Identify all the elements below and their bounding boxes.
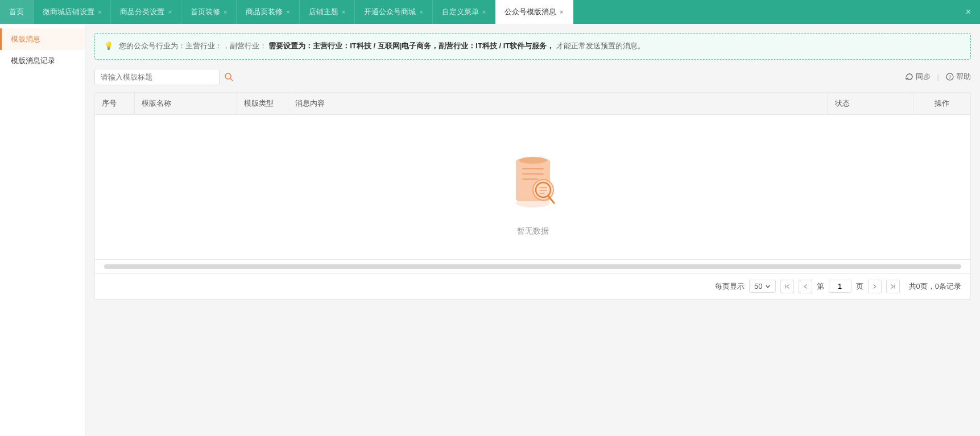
pagination: 每页显示 50 第 — [95, 273, 970, 299]
empty-text: 暂无数据 — [517, 226, 549, 236]
page-size-value: 50 — [754, 282, 762, 290]
th-content: 消息内容 — [288, 93, 828, 114]
close-icon[interactable]: × — [419, 9, 423, 15]
first-page-icon — [784, 284, 790, 289]
nav-tab-store-theme-label: 店铺主题 — [309, 7, 338, 17]
notice-prefix: 您的公众号行业为：主营行业：，副营行业： — [119, 41, 267, 50]
scrollbar-row — [95, 259, 970, 273]
nav-tab-home-label: 首页 — [9, 7, 24, 17]
nav-tab-shop-settings-label: 微商城店铺设置 — [43, 7, 94, 17]
close-icon[interactable]: × — [168, 9, 171, 15]
nav-tab-shop-settings[interactable]: 微商城店铺设置 × — [34, 0, 111, 24]
horizontal-scrollbar[interactable] — [104, 264, 961, 269]
nav-tab-home-decor[interactable]: 首页装修 × — [181, 0, 237, 24]
search-button[interactable] — [224, 72, 233, 81]
close-all-button[interactable]: × — [957, 7, 980, 17]
empty-illustration — [499, 149, 567, 217]
last-page-icon — [890, 284, 896, 289]
page-size-label: 每页显示 — [715, 281, 745, 292]
th-seq: 序号 — [95, 93, 135, 114]
last-page-button[interactable] — [886, 280, 900, 293]
search-bar-left — [94, 69, 233, 85]
main-layout: 模版消息 模版消息记录 💡 您的公众号行业为：主营行业：，副营行业： 需要设置为… — [0, 24, 980, 436]
sidebar-item-template-record[interactable]: 模版消息记录 — [0, 50, 85, 72]
nav-tab-custom-menu[interactable]: 自定义菜单 × — [433, 0, 495, 24]
content-area: 💡 您的公众号行业为：主营行业：，副营行业： 需要设置为：主营行业：IT科技 /… — [85, 24, 980, 436]
sidebar-item-template-message[interactable]: 模版消息 — [0, 28, 85, 50]
page-total: 共0页，0条记录 — [909, 281, 961, 292]
search-icon — [224, 72, 233, 81]
sync-button[interactable]: 同步 — [905, 72, 931, 82]
close-icon[interactable]: × — [224, 9, 227, 15]
th-type: 模版类型 — [237, 93, 288, 114]
next-page-button[interactable] — [868, 280, 882, 293]
page-number-input[interactable] — [829, 280, 851, 293]
help-label: 帮助 — [956, 72, 971, 82]
top-nav: 首页 微商城店铺设置 × 商品分类设置 × 首页装修 × 商品页装修 × 店铺主… — [0, 0, 980, 24]
sync-icon — [905, 73, 913, 81]
nav-divider: | — [937, 73, 939, 81]
help-button[interactable]: ? 帮助 — [946, 72, 971, 82]
close-icon[interactable]: × — [482, 9, 486, 15]
svg-point-8 — [519, 157, 547, 164]
sync-label: 同步 — [916, 72, 931, 82]
sidebar: 模版消息 模版消息记录 — [0, 24, 85, 436]
th-name: 模版名称 — [135, 93, 237, 114]
nav-tab-custom-menu-label: 自定义菜单 — [442, 7, 479, 17]
close-icon[interactable]: × — [342, 9, 345, 15]
notice-box: 💡 您的公众号行业为：主营行业：，副营行业： 需要设置为：主营行业：IT科技 /… — [94, 33, 971, 60]
first-page-button[interactable] — [780, 280, 794, 293]
chevron-down-icon — [765, 284, 771, 289]
page-size-select[interactable]: 50 — [749, 280, 775, 293]
nav-tab-product-decor-label: 商品页装修 — [246, 7, 283, 17]
nav-tab-open-mall-label: 开通公众号商城 — [364, 7, 416, 17]
next-icon — [872, 284, 878, 289]
nav-tab-category-settings-label: 商品分类设置 — [120, 7, 164, 17]
notice-highlight: 需要设置为：主营行业：IT科技 / 互联网|电子商务，副营行业：IT科技 / I… — [268, 41, 554, 50]
svg-line-1 — [230, 78, 233, 81]
page-label: 第 — [817, 281, 824, 292]
search-input[interactable] — [94, 69, 220, 85]
nav-tab-home[interactable]: 首页 — [0, 0, 34, 24]
close-icon[interactable]: × — [286, 9, 290, 15]
notice-icon: 💡 — [104, 41, 113, 50]
nav-tab-template-msg[interactable]: 公众号模版消息 × — [495, 0, 573, 24]
close-icon[interactable]: × — [98, 9, 101, 15]
nav-tab-category-settings[interactable]: 商品分类设置 × — [111, 0, 181, 24]
help-icon: ? — [946, 73, 954, 81]
notice-suffix: 才能正常发送预置的消息。 — [556, 41, 645, 50]
nav-tab-store-theme[interactable]: 店铺主题 × — [300, 0, 355, 24]
prev-page-button[interactable] — [799, 280, 812, 293]
nav-tab-template-msg-label: 公众号模版消息 — [505, 7, 556, 17]
table-header: 序号 模版名称 模版类型 消息内容 状态 操作 — [95, 93, 970, 115]
nav-tab-product-decor[interactable]: 商品页装修 × — [237, 0, 299, 24]
nav-tab-home-decor-label: 首页装修 — [191, 7, 220, 17]
prev-icon — [803, 284, 808, 289]
th-action: 操作 — [913, 93, 970, 114]
empty-state: 暂无数据 — [95, 115, 970, 259]
close-icon[interactable]: × — [560, 9, 563, 15]
th-status: 状态 — [828, 93, 913, 114]
nav-tab-open-mall[interactable]: 开通公众号商城 × — [355, 0, 432, 24]
search-bar-right: 同步 | ? 帮助 — [905, 72, 971, 82]
search-bar: 同步 | ? 帮助 — [94, 69, 971, 85]
page-unit: 页 — [856, 281, 863, 292]
svg-text:?: ? — [948, 74, 951, 80]
data-table: 序号 模版名称 模版类型 消息内容 状态 操作 — [94, 92, 971, 300]
